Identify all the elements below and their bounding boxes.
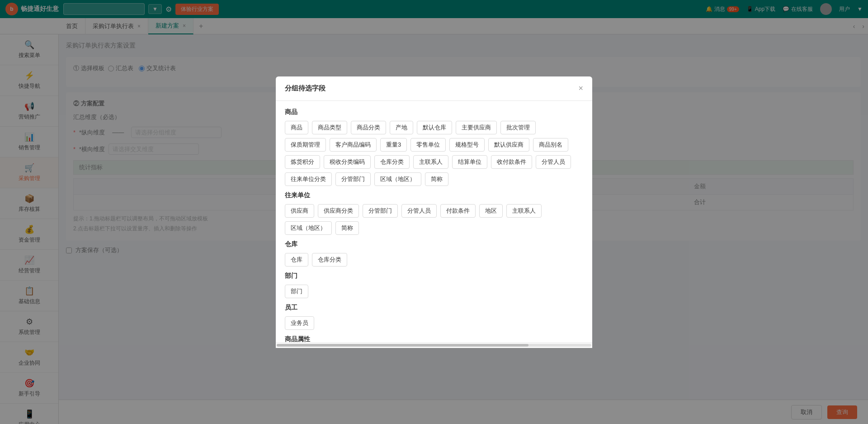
section-product-fields: 商品 商品类型 商品分类 产地 默认仓库 主要供应商 批次管理 xyxy=(285,121,583,134)
field-tag[interactable]: 重量3 xyxy=(380,138,407,152)
field-tag[interactable]: 供应商 xyxy=(285,204,314,218)
field-tag[interactable]: 部门 xyxy=(285,285,308,298)
section-partner-fields-2: 区域（地区） 简称 xyxy=(285,221,583,235)
section-dept-fields: 部门 xyxy=(285,285,583,298)
field-tag[interactable]: 主联系人 xyxy=(506,204,542,218)
field-tag[interactable]: 默认供应商 xyxy=(488,138,529,152)
field-tag[interactable]: 简称 xyxy=(425,172,448,186)
section-product-fields-4: 往来单位分类 分管部门 区域（地区） 简称 xyxy=(285,172,583,186)
field-tag[interactable]: 默认仓库 xyxy=(417,121,452,134)
modal-close-btn[interactable]: × xyxy=(578,84,583,93)
modal-scrollbar[interactable] xyxy=(276,343,592,348)
field-tag[interactable]: 结算单位 xyxy=(452,155,487,169)
field-tag[interactable]: 税收分类编码 xyxy=(324,155,371,169)
section-product-fields-3: 炼货积分 税收分类编码 仓库分类 主联系人 结算单位 收付款条件 分管人员 xyxy=(285,155,583,169)
field-tag[interactable]: 区域（地区） xyxy=(285,221,332,235)
field-tag[interactable]: 付款条件 xyxy=(440,204,476,218)
section-product-attr-title: 商品属性 xyxy=(285,335,583,343)
field-tag[interactable]: 往来单位分类 xyxy=(285,172,332,186)
field-tag[interactable]: 商品分类 xyxy=(351,121,386,134)
section-partner-fields: 供应商 供应商分类 分管部门 分管人员 付款条件 地区 主联系人 xyxy=(285,204,583,218)
field-tag[interactable]: 分管人员 xyxy=(401,204,437,218)
field-tag[interactable]: 批次管理 xyxy=(500,121,536,134)
field-tag[interactable]: 简称 xyxy=(335,221,359,235)
section-warehouse-title: 仓库 xyxy=(285,240,583,248)
section-product-title: 商品 xyxy=(285,108,583,116)
field-tag[interactable]: 商品 xyxy=(285,121,308,134)
modal-body: 商品 商品 商品类型 商品分类 产地 默认仓库 主要供应商 批次管理 保质期管理… xyxy=(276,101,592,343)
field-tag[interactable]: 保质期管理 xyxy=(285,138,326,152)
field-tag[interactable]: 产地 xyxy=(390,121,413,134)
field-tag[interactable]: 收付款条件 xyxy=(491,155,532,169)
field-tag[interactable]: 零售单位 xyxy=(410,138,446,152)
field-select-modal: 分组待选字段 × 商品 商品 商品类型 商品分类 产地 默认仓库 主要供应商 批… xyxy=(276,76,592,348)
field-tag[interactable]: 主联系人 xyxy=(413,155,448,169)
section-employee-fields: 业务员 xyxy=(285,316,583,330)
field-tag[interactable]: 分管人员 xyxy=(536,155,571,169)
field-tag[interactable]: 规格型号 xyxy=(449,138,485,152)
field-tag[interactable]: 分管部门 xyxy=(335,172,371,186)
field-tag[interactable]: 仓库分类 xyxy=(312,253,347,267)
field-tag[interactable]: 供应商分类 xyxy=(318,204,359,218)
field-tag[interactable]: 分管部门 xyxy=(363,204,398,218)
modal-overlay: 分组待选字段 × 商品 商品 商品类型 商品分类 产地 默认仓库 主要供应商 批… xyxy=(0,0,868,424)
field-tag[interactable]: 商品类型 xyxy=(312,121,347,134)
field-tag[interactable]: 区域（地区） xyxy=(374,172,421,186)
field-tag[interactable]: 商品别名 xyxy=(533,138,568,152)
field-tag[interactable]: 炼货积分 xyxy=(285,155,320,169)
field-tag[interactable]: 地区 xyxy=(479,204,503,218)
field-tag[interactable]: 仓库 xyxy=(285,253,308,267)
section-employee-title: 员工 xyxy=(285,304,583,312)
field-tag[interactable]: 主要供应商 xyxy=(456,121,497,134)
section-warehouse-fields: 仓库 仓库分类 xyxy=(285,253,583,267)
field-tag[interactable]: 业务员 xyxy=(285,316,314,330)
section-product-fields-2: 保质期管理 客户商品编码 重量3 零售单位 规格型号 默认供应商 商品别名 xyxy=(285,138,583,152)
modal-header: 分组待选字段 × xyxy=(276,76,592,101)
section-partner-title: 往来单位 xyxy=(285,191,583,200)
section-dept-title: 部门 xyxy=(285,272,583,280)
field-tag[interactable]: 仓库分类 xyxy=(374,155,410,169)
modal-title: 分组待选字段 xyxy=(285,84,326,93)
field-tag[interactable]: 客户商品编码 xyxy=(330,138,377,152)
